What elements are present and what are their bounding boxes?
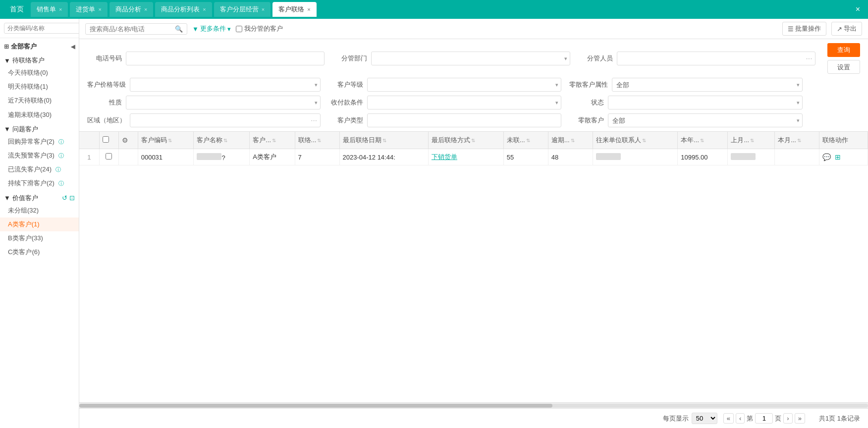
- table-gear-icon[interactable]: ⚙: [122, 136, 128, 144]
- sort-name-icon[interactable]: ⇅: [223, 138, 227, 143]
- nature-select[interactable]: [126, 96, 321, 109]
- tab-customer-contact[interactable]: 客户联络 ×: [272, 2, 316, 17]
- col-unit-contact: 往来单位联系人 ⇅: [593, 132, 677, 149]
- customer-type-label: 客户类型: [328, 116, 363, 125]
- sidebar-item-class-a[interactable]: A类客户(1): [0, 217, 79, 231]
- sidebar-item-class-c[interactable]: C类客户(6): [0, 245, 79, 259]
- price-level-wrap: ▾: [130, 78, 321, 92]
- col-this-month: 本月... ⇅: [775, 132, 819, 149]
- arrow-down-icon-3: ▼: [4, 194, 10, 202]
- sidebar-item-class-b[interactable]: B类客户(33): [0, 231, 79, 245]
- status-select[interactable]: [608, 96, 803, 109]
- sidebar-item-repurchase-abnormal[interactable]: 回购异常客户(2) ⓘ: [0, 135, 79, 149]
- arrow-down-icon-2: ▼: [4, 125, 10, 133]
- last-page-button[interactable]: »: [795, 413, 805, 424]
- all-customers-header[interactable]: ⊞ 全部客户 ◀: [0, 38, 79, 53]
- tab-product-analysis-list[interactable]: 商品分析列表 ×: [155, 2, 212, 17]
- payment-select[interactable]: [367, 96, 562, 109]
- tab-customer-segmentation[interactable]: 客户分层经营 ×: [214, 2, 271, 17]
- col-last-month-label: 上月...: [731, 136, 749, 145]
- sort-code-icon[interactable]: ⇅: [168, 138, 172, 143]
- sort-contact-icon[interactable]: ⇅: [317, 138, 321, 143]
- col-this-year: 本年... ⇅: [678, 132, 728, 149]
- search-input[interactable]: [90, 25, 173, 33]
- sidebar-item-declining[interactable]: 持续下滑客户(2) ⓘ: [0, 176, 79, 190]
- sort-last-month-icon[interactable]: ⇅: [750, 138, 754, 143]
- more-filters-button[interactable]: ▼ 更多条件 ▾: [192, 24, 231, 33]
- scrollbar-thumb[interactable]: [79, 404, 552, 408]
- scatter-attr-label: 零散客户属性: [569, 80, 608, 89]
- sort-this-month-icon[interactable]: ⇅: [797, 138, 801, 143]
- sort-date-icon[interactable]: ⇅: [382, 138, 386, 143]
- filter-row-1: 电话号码 分管部门 ▾ 分管人员: [87, 43, 860, 74]
- customer-type-input[interactable]: [367, 113, 562, 127]
- tab-sales-order[interactable]: 销售单 ×: [31, 2, 68, 17]
- refresh-icon[interactable]: ↺: [62, 194, 67, 202]
- sort-overdue-icon[interactable]: ⇅: [571, 138, 575, 143]
- scatter-attr-select[interactable]: 全部: [612, 78, 803, 92]
- select-all-checkbox[interactable]: [103, 136, 109, 143]
- filter-manager: 分管人员 ···: [578, 52, 823, 65]
- sidebar-item-unclassified[interactable]: 未分组(32): [0, 204, 79, 217]
- scatter-customer-select[interactable]: 全部: [608, 113, 803, 127]
- problem-customers-group[interactable]: ▼ 问题客户: [0, 122, 79, 135]
- prev-page-button[interactable]: ‹: [736, 413, 745, 424]
- tab-sales-order-close[interactable]: ×: [59, 6, 62, 12]
- sidebar-item-churned[interactable]: 已流失客户(24) ⓘ: [0, 162, 79, 176]
- sort-method-icon[interactable]: ⇅: [471, 138, 475, 143]
- tab-customer-segmentation-close[interactable]: ×: [262, 6, 265, 12]
- price-level-select[interactable]: [130, 78, 321, 92]
- customer-level-select[interactable]: [367, 78, 562, 92]
- status-wrap: ▾: [608, 96, 803, 109]
- query-button[interactable]: 查询: [827, 43, 860, 57]
- col-gear[interactable]: ⚙: [118, 132, 138, 149]
- page-size-select[interactable]: 50 20 100 200: [692, 413, 717, 424]
- sidebar-item-7days[interactable]: 近7天待联络(0): [0, 94, 79, 107]
- sort-category-icon[interactable]: ⇅: [272, 138, 276, 143]
- cell-code: 000031: [138, 149, 194, 165]
- my-customers-checkbox[interactable]: [236, 26, 242, 32]
- search-icon[interactable]: 🔍: [175, 25, 183, 33]
- price-level-label: 客户价格等级: [87, 80, 126, 89]
- settings-icon[interactable]: ⊡: [69, 194, 75, 202]
- sort-unit-contact-icon[interactable]: ⇅: [642, 138, 646, 143]
- comment-icon[interactable]: 💬: [822, 153, 831, 161]
- tab-product-analysis-list-close[interactable]: ×: [203, 6, 206, 12]
- next-page-button[interactable]: ›: [783, 413, 792, 424]
- phone-input[interactable]: [126, 52, 325, 65]
- link-icon[interactable]: ⊞: [835, 153, 841, 161]
- sidebar-item-today[interactable]: 今天待联络(0): [0, 66, 79, 80]
- col-seq: [79, 132, 99, 149]
- row-checkbox[interactable]: [106, 153, 112, 160]
- horizontal-scrollbar[interactable]: [79, 402, 868, 408]
- cell-this-year: 10995.00: [678, 149, 728, 165]
- sidebar-item-overdue[interactable]: 逾期未联络(30): [0, 108, 79, 122]
- tab-product-analysis[interactable]: 商品分析 ×: [109, 2, 153, 17]
- pending-contact-group[interactable]: ▼ 待联络客户: [0, 53, 79, 66]
- page-number-input[interactable]: [755, 413, 773, 424]
- collapse-icon: ◀: [71, 44, 75, 50]
- settings-button[interactable]: 设置: [827, 60, 860, 74]
- home-tab[interactable]: 首页: [4, 0, 30, 19]
- cell-last-contact-method: 下销货单: [428, 149, 503, 165]
- batch-operation-button[interactable]: ☰ 批量操作: [782, 22, 826, 36]
- export-button[interactable]: ↗ 导出: [831, 22, 862, 36]
- tab-purchase-order[interactable]: 进货单 ×: [70, 2, 107, 17]
- sort-this-year-icon[interactable]: ⇅: [700, 138, 704, 143]
- value-customers-group[interactable]: ▼ 价值客户 ↺ ⊡: [0, 191, 79, 204]
- tab-purchase-order-close[interactable]: ×: [98, 6, 101, 12]
- sidebar-item-churn-warning[interactable]: 流失预警客户(3) ⓘ: [0, 149, 79, 162]
- my-customers-checkbox-area[interactable]: 我分管的客户: [236, 24, 283, 33]
- sidebar-item-tomorrow[interactable]: 明天待联络(1): [0, 80, 79, 94]
- first-page-button[interactable]: «: [723, 413, 734, 424]
- manager-input[interactable]: [617, 52, 815, 65]
- global-close-button[interactable]: ×: [852, 5, 864, 14]
- dept-select[interactable]: [371, 52, 570, 65]
- last-month-blurred: [731, 153, 756, 160]
- sidebar-search-input[interactable]: [4, 23, 79, 34]
- tab-customer-contact-close[interactable]: ×: [307, 6, 310, 12]
- sort-not-contacted-icon[interactable]: ⇅: [526, 138, 530, 143]
- last-contact-method-link[interactable]: 下销货单: [432, 153, 457, 160]
- tab-product-analysis-close[interactable]: ×: [144, 6, 147, 12]
- region-input[interactable]: [130, 113, 321, 127]
